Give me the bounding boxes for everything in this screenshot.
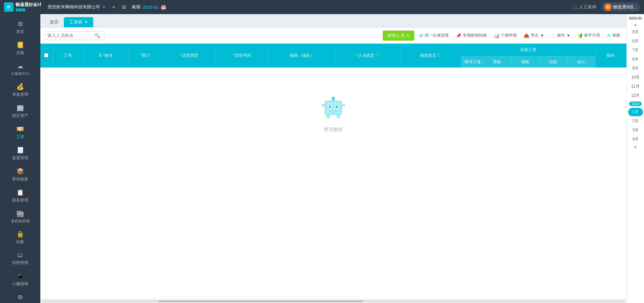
sidebar-item-home[interactable]: ⊞ 首页 bbox=[0, 17, 40, 38]
sidebar-label-archive: 归档管理 bbox=[12, 260, 28, 266]
sidebar-item-closing[interactable]: 🔒 结账 bbox=[0, 227, 40, 248]
person-status-filter-icon[interactable]: ▽ bbox=[375, 53, 379, 58]
rp-month-7[interactable]: 7月 bbox=[628, 46, 643, 54]
report-status-filter-icon[interactable]: ▽ bbox=[437, 53, 441, 58]
fund-icon: 💰 bbox=[16, 83, 24, 90]
scrollbar-area[interactable] bbox=[40, 299, 627, 303]
refresh-label: 刷新 bbox=[612, 33, 620, 38]
th-report-status: 报送状态 ▽ bbox=[400, 44, 461, 68]
rp-month-10[interactable]: 10月 bbox=[628, 73, 643, 82]
svg-rect-4 bbox=[336, 106, 338, 108]
sidebar-item-fixed-assets[interactable]: 🏢 固定资产 bbox=[0, 101, 40, 122]
rp-month-8[interactable]: 8月 bbox=[628, 55, 643, 63]
th-base-salary: *基本工资 bbox=[461, 56, 483, 68]
add-company-btn[interactable]: ＋ bbox=[110, 3, 118, 11]
app-title: 畅遠通好会计 bbox=[15, 2, 42, 8]
svg-rect-3 bbox=[329, 106, 331, 108]
rp-month-9[interactable]: 9月 bbox=[628, 64, 643, 73]
company-selector[interactable]: 西安虾米网络科技有限公司 ▼ bbox=[48, 4, 106, 10]
th-cert-type: *证照类型 bbox=[163, 44, 216, 68]
main-layout: ⊞ 首页 📒 总账 ☁ 云报表中心 💰 资金管理 🏢 固定资产 💴 工资 🧾 发… bbox=[0, 14, 644, 303]
home-icon: ⊞ bbox=[18, 20, 23, 28]
user-btn[interactable]: 畅 畅捷通B组... bbox=[602, 2, 640, 12]
tab-payroll[interactable]: 工资表 ✕ bbox=[64, 17, 93, 27]
sidebar-label-payroll: 工资 bbox=[16, 134, 24, 140]
headset-icon: 🎧 bbox=[572, 5, 577, 10]
search-input[interactable] bbox=[47, 33, 94, 38]
sidebar-item-fund[interactable]: 💰 资金管理 bbox=[0, 80, 40, 101]
add-person-button[interactable]: 添加人员 ▼ bbox=[383, 31, 414, 41]
guide-btn[interactable]: 🔰 新手引导 bbox=[575, 31, 602, 40]
tab-home-label: 首页 bbox=[50, 19, 59, 25]
special-deduct-btn[interactable]: 📌 专项附加扣除 bbox=[454, 31, 489, 40]
th-dept: *部门 bbox=[128, 44, 163, 68]
sidebar-item-invoice[interactable]: 🧾 发票管理 bbox=[0, 143, 40, 164]
rp-month-2[interactable]: 2月 bbox=[628, 117, 643, 125]
rp-month-6[interactable]: 6月 bbox=[628, 37, 643, 45]
calendar-icon[interactable]: 📅 bbox=[161, 5, 166, 10]
svg-rect-7 bbox=[321, 104, 325, 106]
social-security-btn[interactable]: ⚙ 统一社保设置 bbox=[417, 31, 451, 40]
th-checkbox[interactable] bbox=[40, 44, 52, 68]
period-value[interactable]: 2023-01 bbox=[143, 5, 159, 10]
sidebar-item-multi-org[interactable]: 🏬 多机构管理 bbox=[0, 207, 40, 227]
tab-home[interactable]: 首页 bbox=[44, 17, 64, 27]
sidebar-label-ledger: 总账 bbox=[16, 50, 24, 56]
search-icon: 🔍 bbox=[94, 33, 100, 38]
export-arrow-icon: ▼ bbox=[540, 33, 544, 38]
th-performance: 绩效 bbox=[511, 56, 539, 68]
guide-toolbar-label: 新手引导 bbox=[584, 33, 600, 38]
th-deduction: 扣款 bbox=[539, 56, 567, 68]
user-avatar: 畅 bbox=[604, 3, 612, 11]
sidebar-label-tax: 税务管理 bbox=[12, 198, 28, 203]
closing-icon: 🔒 bbox=[16, 230, 24, 238]
social-security-icon: ⚙ bbox=[419, 33, 423, 38]
sidebar-item-ledger[interactable]: 📒 总账 bbox=[0, 38, 40, 59]
export-icon: 📤 bbox=[524, 33, 529, 38]
th-allowance: 津贴 bbox=[483, 56, 511, 68]
refresh-btn[interactable]: ↻ 刷新 bbox=[605, 31, 622, 40]
empty-text: 暂无数据 bbox=[324, 127, 343, 133]
sidebar-label-invoice: 发票管理 bbox=[12, 155, 28, 161]
export-label: 导出 bbox=[531, 33, 539, 38]
tax-return-btn[interactable]: 📊 个税申报 bbox=[492, 31, 519, 40]
archive-icon: 🗂 bbox=[17, 252, 23, 259]
ops-label: 操作 bbox=[557, 33, 565, 38]
add-person-arrow-icon: ▼ bbox=[406, 34, 410, 37]
sidebar-item-archive[interactable]: 🗂 归档管理 bbox=[0, 248, 40, 269]
sidebar-item-tax[interactable]: 📋 税务管理 bbox=[0, 185, 40, 207]
sidebar-item-cloud-report[interactable]: ☁ 云报表中心 bbox=[0, 59, 40, 80]
invoice-icon: 🧾 bbox=[16, 146, 24, 154]
rp-month-12[interactable]: 12月 bbox=[628, 91, 643, 100]
rp-nav-down[interactable]: ▼ bbox=[633, 144, 639, 150]
more-ops-btn[interactable]: ⋮ 操作 ▼ bbox=[549, 31, 572, 40]
th-salary-group: 应发工资 bbox=[461, 44, 595, 56]
svg-point-6 bbox=[332, 97, 334, 99]
sidebar-item-expense[interactable]: 📱 小畅报销 bbox=[0, 269, 40, 290]
export-btn[interactable]: 📤 导出 ▼ bbox=[522, 31, 546, 40]
rp-month-1[interactable]: 1月 bbox=[628, 108, 643, 116]
sidebar-label-home: 首页 bbox=[16, 29, 24, 35]
account-period: 账期 2023-01 📅 bbox=[132, 4, 166, 10]
sort-icon[interactable]: ⇅ bbox=[99, 53, 102, 58]
header-actions: ＋ ⚙ bbox=[110, 3, 128, 11]
sidebar-item-inventory[interactable]: 📦 库存核算 bbox=[0, 164, 40, 185]
tab-close-icon[interactable]: ✕ bbox=[84, 20, 88, 25]
service-btn[interactable]: 🎧 人工咨询 bbox=[572, 4, 596, 10]
rp-month-11[interactable]: 11月 bbox=[628, 82, 643, 91]
rp-nav-up[interactable]: ▲ bbox=[633, 21, 639, 28]
right-panel: 2023.01 ▲ 5月 6月 7月 8月 9月 10月 11月 12月 202… bbox=[627, 14, 644, 303]
expense-icon: 📱 bbox=[16, 272, 24, 280]
period-label: 账期 bbox=[132, 4, 141, 10]
rp-month-5[interactable]: 5月 bbox=[628, 28, 643, 36]
settings-icon[interactable]: ⚙ bbox=[120, 3, 128, 11]
rp-month-3[interactable]: 3月 bbox=[628, 126, 643, 134]
select-all-checkbox[interactable] bbox=[44, 53, 48, 57]
rp-month-4[interactable]: 4月 bbox=[628, 135, 643, 143]
svg-rect-10 bbox=[337, 115, 340, 118]
scrollbar-thumb[interactable] bbox=[158, 300, 363, 302]
sidebar-label-closing: 结账 bbox=[16, 239, 24, 245]
sidebar-item-payroll[interactable]: 💴 工资 bbox=[0, 122, 40, 143]
empty-state: 暂无数据 bbox=[40, 68, 627, 160]
sidebar-item-settings[interactable]: ⚙ 基础设置 bbox=[0, 290, 40, 303]
